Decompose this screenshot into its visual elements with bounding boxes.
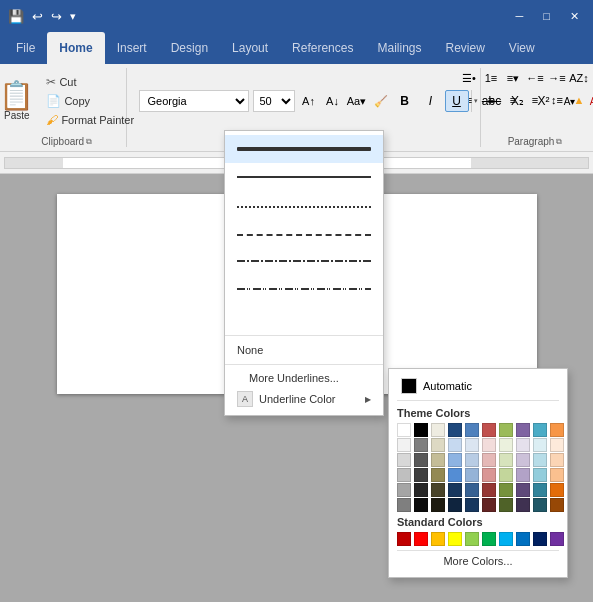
ul-normal-item[interactable] <box>225 163 383 191</box>
multilevel-btn[interactable]: ≡▾ <box>503 68 523 88</box>
increase-font-btn[interactable]: A↑ <box>299 91 319 111</box>
standard-color-swatch[interactable] <box>431 532 445 546</box>
standard-color-swatch[interactable] <box>414 532 428 546</box>
ul-dash-dot-dot-item[interactable] <box>225 275 383 303</box>
ul-dash-dot-item[interactable] <box>225 247 383 275</box>
theme-color-swatch[interactable] <box>499 483 513 497</box>
tab-layout[interactable]: Layout <box>220 32 280 64</box>
strikethrough-button[interactable]: abc <box>480 90 504 112</box>
theme-color-swatch[interactable] <box>414 438 428 452</box>
standard-color-swatch[interactable] <box>465 532 479 546</box>
theme-color-swatch[interactable] <box>431 498 445 512</box>
theme-color-swatch[interactable] <box>465 498 479 512</box>
standard-color-swatch[interactable] <box>482 532 496 546</box>
tab-design[interactable]: Design <box>159 32 220 64</box>
theme-color-swatch[interactable] <box>397 498 411 512</box>
theme-color-swatch[interactable] <box>397 483 411 497</box>
theme-color-swatch[interactable] <box>465 423 479 437</box>
save-icon[interactable]: 💾 <box>8 9 24 24</box>
more-colors-link[interactable]: More Colors... <box>397 550 559 571</box>
close-btn[interactable]: ✕ <box>564 8 585 25</box>
theme-color-swatch[interactable] <box>448 498 462 512</box>
theme-color-swatch[interactable] <box>516 468 530 482</box>
theme-color-swatch[interactable] <box>516 438 530 452</box>
theme-color-swatch[interactable] <box>499 468 513 482</box>
theme-color-swatch[interactable] <box>499 423 513 437</box>
theme-color-swatch[interactable] <box>414 498 428 512</box>
theme-color-swatch[interactable] <box>516 498 530 512</box>
theme-color-swatch[interactable] <box>533 468 547 482</box>
theme-color-swatch[interactable] <box>482 483 496 497</box>
para-expand-icon[interactable]: ⧉ <box>556 137 562 147</box>
superscript-button[interactable]: X² <box>532 90 556 112</box>
increase-indent-btn[interactable]: →≡ <box>547 68 567 88</box>
subscript-button[interactable]: X₂ <box>506 90 530 112</box>
theme-color-swatch[interactable] <box>414 468 428 482</box>
tab-insert[interactable]: Insert <box>105 32 159 64</box>
ul-dotted-item[interactable] <box>225 191 383 219</box>
underline-button[interactable]: U <box>445 90 469 112</box>
theme-color-swatch[interactable] <box>550 498 564 512</box>
text-highlight-btn[interactable]: A▾ <box>558 90 582 112</box>
standard-color-swatch[interactable] <box>550 532 564 546</box>
theme-color-swatch[interactable] <box>499 438 513 452</box>
theme-color-swatch[interactable] <box>499 453 513 467</box>
ul-none-item[interactable]: None <box>225 340 383 360</box>
decrease-indent-btn[interactable]: ←≡ <box>525 68 545 88</box>
theme-color-swatch[interactable] <box>414 423 428 437</box>
theme-color-swatch[interactable] <box>465 438 479 452</box>
tab-mailings[interactable]: Mailings <box>365 32 433 64</box>
theme-color-swatch[interactable] <box>482 423 496 437</box>
theme-color-swatch[interactable] <box>533 483 547 497</box>
standard-color-swatch[interactable] <box>448 532 462 546</box>
ul-thick-item[interactable] <box>225 135 383 163</box>
font-size-select[interactable]: 50 <box>253 90 295 112</box>
numbering-btn[interactable]: 1≡ <box>481 68 501 88</box>
theme-color-swatch[interactable] <box>448 453 462 467</box>
theme-color-swatch[interactable] <box>533 498 547 512</box>
theme-color-swatch[interactable] <box>550 438 564 452</box>
theme-color-swatch[interactable] <box>431 423 445 437</box>
standard-color-swatch[interactable] <box>516 532 530 546</box>
theme-color-swatch[interactable] <box>397 423 411 437</box>
font-name-select[interactable]: Georgia <box>139 90 249 112</box>
redo-icon[interactable]: ↪ <box>51 9 62 24</box>
theme-color-swatch[interactable] <box>482 438 496 452</box>
more-underlines-link[interactable]: More Underlines... <box>225 369 383 387</box>
bold-button[interactable]: B <box>393 90 417 112</box>
theme-color-swatch[interactable] <box>516 453 530 467</box>
standard-color-swatch[interactable] <box>499 532 513 546</box>
automatic-color-item[interactable]: Automatic <box>397 375 559 401</box>
theme-color-swatch[interactable] <box>448 483 462 497</box>
copy-button[interactable]: 📄 Copy <box>42 92 138 110</box>
theme-color-swatch[interactable] <box>414 453 428 467</box>
theme-color-swatch[interactable] <box>533 423 547 437</box>
minimize-btn[interactable]: ─ <box>510 8 530 24</box>
theme-color-swatch[interactable] <box>499 498 513 512</box>
tab-file[interactable]: File <box>4 32 47 64</box>
theme-color-swatch[interactable] <box>431 453 445 467</box>
standard-color-swatch[interactable] <box>533 532 547 546</box>
change-case-btn[interactable]: Aa▾ <box>347 91 367 111</box>
font-color-btn[interactable]: A▾ <box>584 90 594 112</box>
theme-color-swatch[interactable] <box>516 423 530 437</box>
theme-color-swatch[interactable] <box>533 438 547 452</box>
theme-color-swatch[interactable] <box>533 453 547 467</box>
theme-color-swatch[interactable] <box>550 468 564 482</box>
cut-button[interactable]: ✂ Cut <box>42 73 138 91</box>
maximize-btn[interactable]: □ <box>537 8 556 24</box>
clear-format-btn[interactable]: 🧹 <box>371 91 391 111</box>
decrease-font-btn[interactable]: A↓ <box>323 91 343 111</box>
theme-color-swatch[interactable] <box>550 453 564 467</box>
theme-color-swatch[interactable] <box>448 468 462 482</box>
theme-color-swatch[interactable] <box>448 438 462 452</box>
theme-color-swatch[interactable] <box>482 453 496 467</box>
theme-color-swatch[interactable] <box>482 498 496 512</box>
bullets-btn[interactable]: ☰• <box>459 68 479 88</box>
theme-color-swatch[interactable] <box>550 423 564 437</box>
standard-color-swatch[interactable] <box>397 532 411 546</box>
sort-btn[interactable]: AZ↕ <box>569 68 589 88</box>
customize-icon[interactable]: ▾ <box>70 10 76 23</box>
tab-review[interactable]: Review <box>433 32 496 64</box>
underline-color-item[interactable]: A Underline Color ▶ <box>225 387 383 411</box>
